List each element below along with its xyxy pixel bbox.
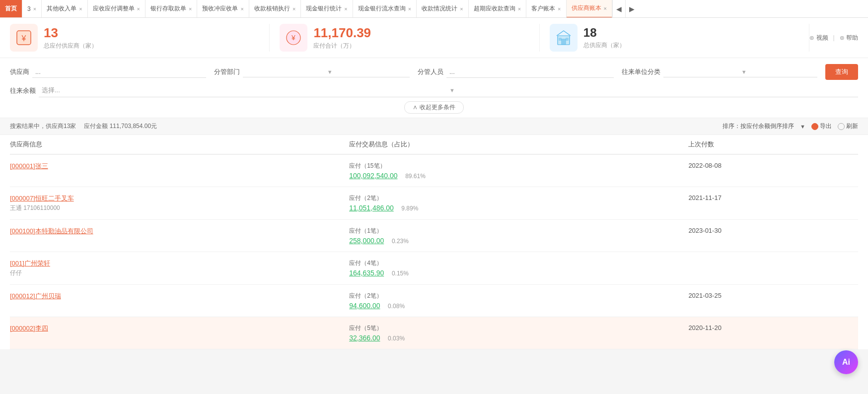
supplier-name-link[interactable]: [000007]恒旺二手叉车 [10,194,349,203]
nav-tab-home[interactable]: 首页 [0,0,22,18]
supplier-cell: [001]广州荣轩 仔仔 [10,259,349,277]
supplier-cell: [000007]恒旺二手叉车 王通 17106110000 [10,194,349,212]
header-last-pay: 上次付数 [688,140,858,149]
export-button[interactable]: 导出 [811,122,832,131]
dept-filter-dropdown[interactable]: ▼ [243,67,410,77]
tx-percent: 0.15% [392,270,409,277]
nav-tab-3-label: 3 [27,5,31,12]
search-button[interactable]: 查询 [825,64,858,80]
help-link[interactable]: ⊙ 帮助 [840,34,858,42]
stat-suppliers-content: 18 总供应商（家） [583,26,625,50]
close-icon[interactable]: × [240,6,243,12]
person-filter-input[interactable] [446,66,614,78]
nav-tab-collection-label: 收款核销执行 [254,4,290,13]
nav-tab-cash-bank-stat-label: 现金银行统计 [306,4,342,13]
close-icon[interactable]: × [137,6,140,12]
nav-tab-cash-flow[interactable]: 现金银行流水查询 × [353,0,417,18]
sort-label[interactable]: 排序：按应付余额倒序排序 [723,122,794,131]
balance-filter-dropdown[interactable]: 选择... ▼ [39,84,858,97]
export-label: 导出 [820,122,832,131]
supplier-name-link[interactable]: [000100]本特勤油品有限公司 [10,227,349,236]
tx-cell: 应付（2笔） 11,051,486.00 9.89% [349,194,688,212]
collapse-row: ∧ 收起更多条件 [10,101,858,114]
tx-amount-link[interactable]: 100,092,540.00 [349,172,397,180]
nav-tab-overdue-label: 超期应收款查询 [474,4,515,13]
nav-tab-overdue[interactable]: 超期应收款查询 × [469,0,526,18]
nav-next-button[interactable]: ▶ [625,0,638,18]
balance-dropdown-value: 选择... [42,86,447,95]
close-icon[interactable]: × [189,6,192,12]
close-icon[interactable]: × [604,5,607,11]
nav-tab-other-income-label: 其他收入单 [47,4,76,13]
supplier-cell: [000100]本特勤油品有限公司 [10,227,349,236]
filter-category: 往来单位分类 ▼ [622,67,818,77]
nav-tab-bank-deposit-label: 银行存取款单 [150,4,186,13]
chevron-down-icon: ▼ [449,87,855,93]
stat-total-payable-label: 总应付供应商（家） [44,42,97,50]
stats-bar: ¥ 13 总应付供应商（家） ¥ 11,170.39 应付合计（万） [0,18,868,58]
top-navigation: 首页 3 × 其他收入单 × 应收应付调整单 × 银行存取款单 × 预收冲应收单… [0,0,868,18]
close-icon[interactable]: × [33,6,36,12]
nav-tab-supplier-account[interactable]: 供应商账本 × [567,0,612,18]
tx-percent: 0.08% [388,303,405,310]
nav-prev-button[interactable]: ◀ [612,0,625,18]
nav-tab-payment-stat-label: 收款情况统计 [422,4,457,13]
nav-tab-advance[interactable]: 预收冲应收单 × [197,0,249,18]
supplier-cell: [000002]李四 [10,324,349,333]
nav-tab-3[interactable]: 3 × [22,0,42,18]
nav-tab-payment-stat[interactable]: 收款情况统计 × [417,0,468,18]
supplier-name-link[interactable]: [000012]广州贝瑞 [10,292,349,301]
supplier-name-link[interactable]: [000002]李四 [10,324,349,333]
category-filter-dropdown[interactable]: ▼ [663,67,818,77]
nav-tab-bank-deposit[interactable]: 银行存取款单 × [145,0,197,18]
filter-supplier: 供应商 [10,66,206,78]
tx-amount-link[interactable]: 32,366.00 [349,334,380,342]
supplier-cell: [000012]广州贝瑞 [10,292,349,301]
separator: | [833,34,835,41]
stat-total-payable-suppliers: ¥ 13 总应付供应商（家） [10,24,270,52]
amount-icon: ¥ [280,24,307,52]
result-supplier-count: 搜索结果中，供应商13家 [10,122,76,131]
filter-row-1: 供应商 分管部门 ▼ 分管人员 往来单位分类 ▼ 查询 [10,64,858,80]
nav-tab-adjustment-label: 应收应付调整单 [93,4,135,13]
collapse-button[interactable]: ∧ 收起更多条件 [404,101,463,114]
tx-percent: 89.61% [405,173,426,180]
supplier-cell: [000001]张三 [10,162,349,171]
nav-tab-other-income[interactable]: 其他收入单 × [42,0,87,18]
supplier-filter-input[interactable] [32,66,206,78]
nav-tab-customer-account[interactable]: 客户账本 × [526,0,566,18]
filter-area: 供应商 分管部门 ▼ 分管人员 往来单位分类 ▼ 查询 [0,58,868,118]
tx-amount-link[interactable]: 164,635.90 [349,269,384,277]
supplier-filter-label: 供应商 [10,67,29,76]
close-icon[interactable]: × [408,6,411,12]
nav-tab-adjustment[interactable]: 应收应付调整单 × [88,0,145,18]
dept-filter-label: 分管部门 [214,67,240,76]
supplier-name-link[interactable]: [001]广州荣轩 [10,259,349,268]
refresh-button[interactable]: 刷新 [838,122,858,131]
nav-tab-collection[interactable]: 收款核销执行 × [249,0,301,18]
tx-amount-link[interactable]: 11,051,486.00 [349,204,394,212]
close-icon[interactable]: × [292,6,295,12]
person-filter-label: 分管人员 [418,67,443,76]
close-icon[interactable]: × [518,6,521,12]
header-tx-info: 应付交易信息（占比） [349,140,688,149]
nav-tab-cash-bank-stat[interactable]: 现金银行统计 × [301,0,353,18]
tx-percent: 0.23% [392,238,409,245]
close-icon[interactable]: × [460,6,463,12]
stat-amount-content: 11,170.39 应付合计（万） [313,25,371,50]
close-icon[interactable]: × [79,6,82,12]
result-amount: 应付金额 111,703,854.00元 [84,122,157,131]
supplier-sub: 仔仔 [10,269,349,277]
video-link[interactable]: ⊙ 视频 [809,34,828,42]
tx-amount-link[interactable]: 258,000.00 [349,237,384,245]
tx-cell: 应付（1笔） 258,000.00 0.23% [349,227,688,245]
close-icon[interactable]: × [558,6,561,12]
top-right-links: ⊙ 视频 | ⊙ 帮助 [809,34,858,42]
table-row: [001]广州荣轩 仔仔 应付（4笔） 164,635.90 0.15% [10,252,858,285]
last-pay: 2022-08-08 [688,162,858,169]
supplier-name-link[interactable]: [000001]张三 [10,162,349,171]
tx-amount-link[interactable]: 94,600.00 [349,302,380,310]
result-bar: 搜索结果中，供应商13家 应付金额 111,703,854.00元 排序：按应付… [0,118,868,135]
tx-cell: 应付（15笔） 100,092,540.00 89.61% [349,162,688,180]
close-icon[interactable]: × [344,6,347,12]
